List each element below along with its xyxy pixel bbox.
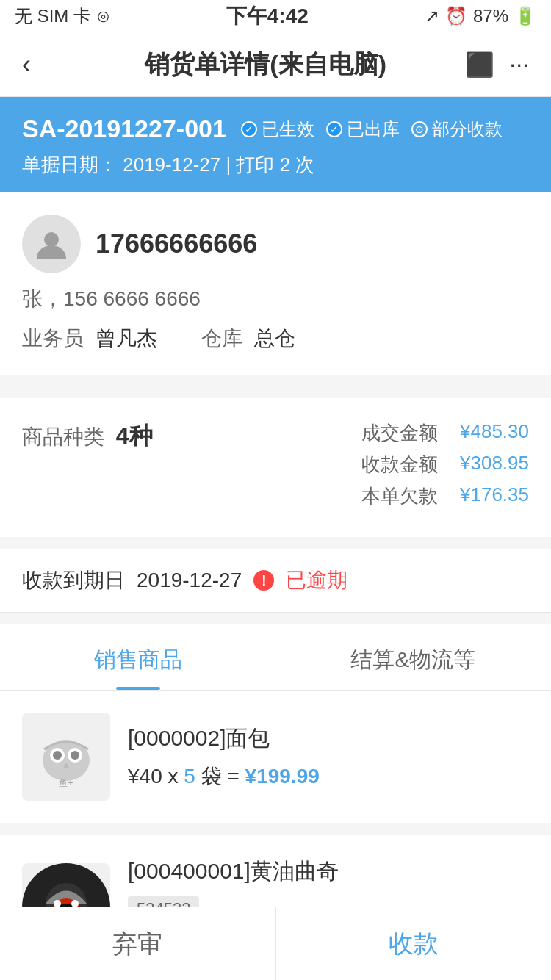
received-value: ¥308.95 — [460, 452, 529, 478]
qty-1: 5 — [184, 765, 195, 788]
share-button[interactable]: ⬛ — [465, 51, 494, 79]
received-row: 收款金额 ¥308.95 — [361, 452, 529, 478]
battery-text: 87% — [473, 6, 508, 26]
status-bar: 无 SIM 卡 ⊙ 下午4:42 ↗ ⏰ 87% 🔋 — [0, 0, 551, 32]
customer-sub: 张，156 6666 6666 — [22, 285, 529, 313]
check-icon-1: ✓ — [241, 121, 257, 137]
customer-name: 17666666666 — [96, 228, 257, 259]
signal-text: 无 SIM 卡 ⊙ — [15, 4, 110, 28]
print-suffix: 次 — [295, 154, 314, 176]
salesperson-value: 曾凡杰 — [96, 325, 157, 353]
cancel-button[interactable]: 弃审 — [0, 907, 276, 980]
product-type-count: 4种 — [116, 422, 153, 449]
product-item-1: 鱼+ [0000002]面包 ¥40 x 5 袋 = ¥199.99 — [0, 691, 551, 823]
due-label: 收款到期日 — [22, 566, 125, 594]
tab-settlement[interactable]: 结算&物流等 — [276, 624, 551, 690]
status-effected: ✓ 已生效 — [241, 118, 314, 141]
order-id: SA-20191227-001 — [22, 115, 226, 143]
stats-left: 商品种类 4种 — [22, 420, 153, 453]
clock-icon: ⊙ — [411, 121, 428, 137]
svg-point-6 — [71, 751, 79, 760]
status-time: 下午4:42 — [226, 2, 309, 30]
svg-point-5 — [53, 751, 62, 760]
customer-row: 17666666666 — [22, 215, 529, 273]
stats-right: 成交金额 ¥485.30 收款金额 ¥308.95 本单欠款 ¥176.35 — [361, 420, 529, 515]
tab-sales-label: 销售商品 — [94, 647, 182, 671]
status-effected-label: 已生效 — [262, 118, 314, 141]
check-icon-2: ✓ — [326, 121, 342, 137]
customer-section: 17666666666 张，156 6666 6666 业务员 曾凡杰 仓库 总… — [0, 192, 551, 375]
print-label: | 打印 — [226, 154, 274, 176]
order-date: 2019-12-27 — [123, 154, 220, 176]
customer-meta: 业务员 曾凡杰 仓库 总仓 — [22, 325, 529, 353]
product-name-1: [0000002]面包 — [128, 724, 529, 754]
tabs-section: 销售商品 结算&物流等 — [0, 624, 551, 691]
status-shipped: ✓ 已出库 — [326, 118, 400, 141]
svg-text:鱼+: 鱼+ — [59, 778, 73, 788]
debt-value: ¥176.35 — [460, 483, 529, 509]
warehouse-value: 总仓 — [254, 325, 295, 353]
due-section: 收款到期日 2019-12-27 ! 已逾期 — [0, 549, 551, 613]
status-badges: ✓ 已生效 ✓ 已出库 ⊙ 部分收款 — [241, 118, 503, 141]
stats-section: 商品种类 4种 成交金额 ¥485.30 收款金额 ¥308.95 本单欠款 ¥… — [0, 398, 551, 537]
deal-amount-row: 成交金额 ¥485.30 — [361, 420, 529, 446]
divider-1 — [0, 386, 551, 398]
more-button[interactable]: ··· — [509, 51, 529, 78]
tab-sales-products[interactable]: 销售商品 — [0, 624, 276, 690]
deal-amount-label: 成交金额 — [361, 420, 438, 446]
nav-actions: ⬛ ··· — [465, 51, 529, 79]
page-title: 销货单详情(来自电脑) — [145, 48, 386, 82]
avatar — [22, 215, 81, 273]
status-left: 无 SIM 卡 ⊙ — [15, 4, 110, 28]
status-right: ↗ ⏰ 87% 🔋 — [425, 6, 536, 26]
cancel-label: 弃审 — [112, 927, 162, 961]
product-image-1: 鱼+ — [22, 713, 110, 801]
product-name-2: [000400001]黄油曲奇 — [128, 857, 529, 887]
status-shipped-label: 已出库 — [347, 118, 400, 141]
confirm-label: 收款 — [389, 927, 439, 961]
salesperson-item: 业务员 曾凡杰 — [22, 325, 157, 353]
debt-label: 本单欠款 — [361, 483, 438, 509]
warehouse-label: 仓库 — [201, 325, 242, 353]
price-base-1: ¥40 — [128, 765, 162, 788]
divider-2 — [0, 613, 551, 624]
unit-1: 袋 — [201, 765, 222, 788]
debt-row: 本单欠款 ¥176.35 — [361, 483, 529, 509]
due-date: 2019-12-27 — [137, 569, 242, 592]
location-icon: ↗ — [425, 6, 439, 26]
date-label: 单据日期： — [22, 154, 118, 176]
overdue-text: 已逾期 — [286, 566, 347, 594]
print-count: 2 — [280, 154, 290, 176]
alarm-icon: ⏰ — [445, 6, 467, 26]
svg-point-0 — [44, 232, 59, 247]
order-date-row: 单据日期： 2019-12-27 | 打印 2 次 — [22, 152, 529, 178]
order-header: SA-20191227-001 ✓ 已生效 ✓ 已出库 ⊙ 部分收款 单据日期：… — [0, 97, 551, 192]
status-partial: ⊙ 部分收款 — [411, 118, 503, 141]
salesperson-label: 业务员 — [22, 325, 84, 353]
received-label: 收款金额 — [361, 452, 438, 478]
bottom-bar: 弃审 收款 — [0, 907, 551, 980]
order-id-row: SA-20191227-001 ✓ 已生效 ✓ 已出库 ⊙ 部分收款 — [22, 115, 529, 143]
overdue-icon: ! — [253, 570, 274, 591]
product-price-1: ¥40 x 5 袋 = ¥199.99 — [128, 763, 529, 790]
warehouse-item: 仓库 总仓 — [201, 325, 295, 353]
product-type-label: 商品种类 — [22, 425, 104, 448]
product-info-1: [0000002]面包 ¥40 x 5 袋 = ¥199.99 — [128, 724, 529, 790]
tab-settlement-label: 结算&物流等 — [350, 647, 475, 671]
back-button[interactable]: ‹ — [22, 49, 66, 80]
total-1: ¥199.99 — [245, 765, 320, 788]
price-x-1: x — [168, 765, 184, 788]
confirm-button[interactable]: 收款 — [276, 907, 552, 980]
nav-bar: ‹ 销货单详情(来自电脑) ⬛ ··· — [0, 32, 551, 97]
eq-1: = — [227, 765, 245, 788]
deal-amount-value: ¥485.30 — [460, 420, 529, 446]
status-partial-label: 部分收款 — [432, 118, 503, 141]
battery-icon: 🔋 — [514, 6, 536, 26]
